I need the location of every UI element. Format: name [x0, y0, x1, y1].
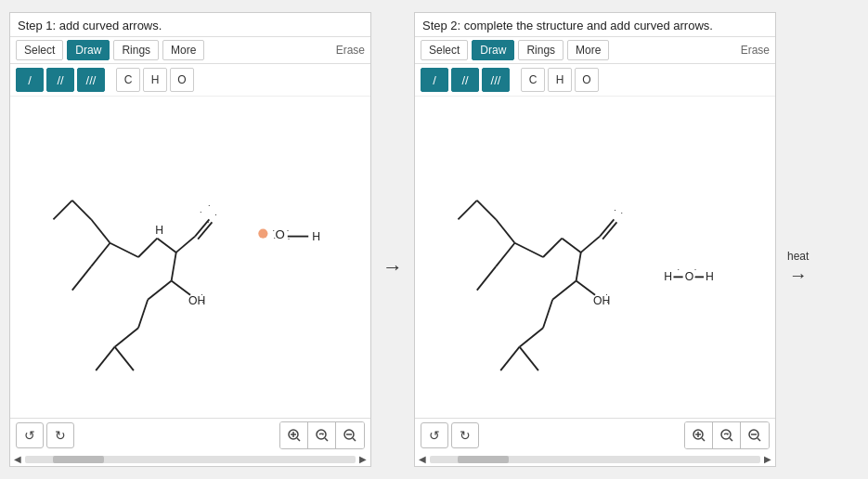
svg-line-6 — [176, 237, 195, 252]
svg-point-79 — [721, 430, 731, 439]
step1-undo-redo: ↺ ↻ — [16, 422, 74, 448]
step2-zoom-reset-btn[interactable] — [713, 422, 741, 448]
svg-line-54 — [577, 280, 595, 294]
svg-line-5 — [157, 239, 175, 252]
svg-line-46 — [515, 243, 544, 257]
step1-canvas[interactable]: · · · · H OH · · O · · · · — [10, 97, 370, 418]
step1-panel: Step 1: add curved arrows. Select Draw R… — [9, 12, 371, 467]
svg-text:·: · — [208, 201, 211, 210]
svg-line-15 — [115, 347, 134, 370]
step1-scroll-right[interactable]: ▶ — [359, 454, 367, 464]
svg-line-16 — [72, 201, 91, 219]
svg-line-55 — [543, 300, 552, 329]
svg-text:O: O — [685, 270, 694, 283]
step2-carbon-btn[interactable]: C — [521, 68, 545, 92]
step1-single-bond-btn[interactable]: / — [16, 68, 44, 92]
step2-zoom-in-btn[interactable] — [685, 422, 713, 448]
svg-text:H: H — [312, 230, 320, 243]
step1-toolbar: Select Draw Rings More Erase — [10, 36, 370, 64]
step1-zoom-out-btn[interactable] — [336, 422, 364, 448]
svg-line-17 — [53, 201, 71, 219]
step2-undo-btn[interactable]: ↺ — [421, 422, 448, 448]
step2-scrollbar[interactable] — [430, 456, 760, 463]
svg-line-2 — [72, 266, 91, 290]
svg-line-9 — [172, 252, 176, 281]
svg-line-82 — [758, 438, 760, 441]
step1-triple-bond-btn[interactable]: /// — [77, 68, 105, 92]
svg-line-4 — [138, 239, 157, 257]
step1-zoom-controls — [279, 421, 365, 449]
svg-line-12 — [138, 300, 148, 329]
step1-bottom-bar: ↺ ↻ — [10, 418, 370, 452]
step2-zoom-out-btn[interactable] — [741, 422, 769, 448]
step2-select-btn[interactable]: Select — [421, 40, 468, 60]
svg-line-3 — [110, 243, 139, 257]
step2-double-bond-btn[interactable]: // — [451, 68, 479, 92]
svg-line-10 — [148, 280, 171, 299]
step2-scrollbar-container: ◀ ▶ — [415, 452, 775, 466]
step1-carbon-btn[interactable]: C — [116, 68, 140, 92]
step2-erase-btn[interactable]: Erase — [741, 44, 770, 57]
svg-point-38 — [317, 430, 326, 439]
svg-text:·: · — [614, 205, 616, 214]
step2-draw-btn[interactable]: Draw — [472, 40, 514, 60]
step1-draw-tools: / // /// C H O — [10, 64, 370, 97]
svg-text:·: · — [274, 233, 277, 242]
svg-line-1 — [91, 243, 110, 266]
svg-line-76 — [702, 438, 705, 441]
svg-line-48 — [562, 239, 580, 252]
step1-select-btn[interactable]: Select — [16, 40, 63, 60]
step2-oxygen-btn[interactable]: O — [575, 68, 599, 92]
svg-line-35 — [297, 438, 300, 441]
step2-scroll-left[interactable]: ◀ — [419, 454, 426, 464]
svg-text:·: · — [207, 217, 210, 227]
step2-more-btn[interactable]: More — [567, 40, 609, 60]
svg-text:·: · — [214, 210, 217, 219]
svg-text:·: · — [201, 297, 204, 306]
step1-zoom-reset-btn[interactable] — [308, 422, 336, 448]
step2-canvas[interactable]: · · H O · · · · H OH · · — [415, 97, 775, 418]
svg-line-47 — [543, 239, 562, 257]
step1-hydrogen-btn[interactable]: H — [143, 68, 167, 92]
step2-panel: Step 2: complete the structure and add c… — [414, 12, 776, 467]
svg-line-11 — [172, 280, 190, 294]
step1-oxygen-btn[interactable]: O — [170, 68, 194, 92]
svg-text:H: H — [155, 224, 163, 237]
heat-label: heat — [787, 250, 809, 263]
step2-bottom-bar: ↺ ↻ — [415, 418, 775, 452]
svg-line-13 — [115, 328, 138, 346]
step2-single-bond-btn[interactable]: / — [421, 68, 448, 92]
step1-scroll-left[interactable]: ◀ — [14, 454, 21, 464]
step2-hydrogen-btn[interactable]: H — [548, 68, 572, 92]
step1-double-bond-btn[interactable]: // — [46, 68, 74, 92]
step1-rings-btn[interactable]: Rings — [113, 40, 159, 60]
step1-more-btn[interactable]: More — [162, 40, 204, 60]
heat-arrow-container: heat → — [784, 250, 812, 286]
svg-text:·: · — [288, 234, 291, 243]
svg-point-26 — [258, 228, 267, 238]
step1-zoom-in-btn[interactable] — [280, 422, 308, 448]
step-arrow: → — [379, 255, 407, 279]
step1-scrollbar[interactable] — [25, 456, 356, 463]
step2-rings-btn[interactable]: Rings — [518, 40, 564, 60]
step2-redo-btn[interactable]: ↻ — [451, 422, 479, 448]
svg-line-41 — [353, 438, 356, 441]
svg-text:·: · — [620, 208, 623, 217]
step2-toolbar: Select Draw Rings More Erase — [415, 36, 775, 64]
step1-erase-btn[interactable]: Erase — [336, 44, 365, 57]
svg-line-52 — [577, 252, 581, 281]
step1-undo-btn[interactable]: ↺ — [16, 422, 44, 448]
svg-line-59 — [477, 201, 496, 219]
step1-scrollbar-container: ◀ ▶ — [10, 452, 370, 466]
step1-label: Step 1: add curved arrows. — [10, 13, 370, 36]
step1-redo-btn[interactable]: ↻ — [46, 422, 74, 448]
step1-draw-btn[interactable]: Draw — [67, 40, 110, 60]
main-container: Step 1: add curved arrows. Select Draw R… — [0, 0, 868, 479]
svg-line-53 — [552, 280, 576, 299]
step2-triple-bond-btn[interactable]: /// — [482, 68, 510, 92]
svg-line-49 — [581, 237, 600, 252]
step2-scroll-right[interactable]: ▶ — [764, 454, 771, 464]
svg-text:·: · — [678, 272, 680, 281]
step1-molecule-svg: · · · · H OH · · O · · · · — [10, 97, 370, 418]
svg-text:H: H — [706, 270, 714, 283]
